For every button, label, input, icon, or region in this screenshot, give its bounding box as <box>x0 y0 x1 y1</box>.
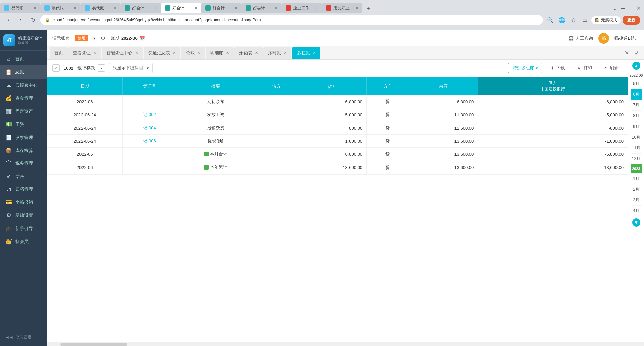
calendar-icon[interactable]: 📅 <box>140 36 145 41</box>
horizontal-scrollbar[interactable] <box>47 342 644 346</box>
cal-up-arrow-icon[interactable]: ▲ <box>632 62 640 70</box>
cal-month-item[interactable]: 11月 <box>631 143 642 154</box>
user-name[interactable]: 畅捷通B组... <box>614 35 639 41</box>
print-button[interactable]: 🖨 打印 <box>573 63 596 73</box>
minimize-button[interactable]: ─ <box>621 5 626 12</box>
scrollbar-thumb[interactable] <box>60 343 127 346</box>
sidebar-item-archive[interactable]: 🗂 归档管理 <box>0 183 47 196</box>
tab-home[interactable]: 首页 <box>50 47 68 59</box>
browser-tab-1[interactable]: 易代账 ✕ <box>0 3 40 13</box>
tab-close-1[interactable]: ✕ <box>33 6 36 10</box>
cal-month-item[interactable]: 1月 <box>631 174 642 184</box>
tab-close-6[interactable]: ✕ <box>234 6 237 10</box>
tab-close-8[interactable]: ✕ <box>315 6 318 10</box>
sidebar-item-assets[interactable]: 🏢 固定资产 <box>0 105 47 118</box>
unpin-button[interactable]: ◄◄ 取消固定 <box>0 332 47 343</box>
browser-tab-5[interactable]: 好会计 ✕ <box>161 3 201 13</box>
tab-close-7[interactable]: ✕ <box>275 6 278 10</box>
sidebar-item-funds[interactable]: 💰 资金管理 <box>0 92 47 105</box>
cal-scroll-down-button[interactable]: ▼ <box>631 216 642 229</box>
tab-view-voucher[interactable]: 查看凭证 ✕ <box>68 47 101 59</box>
tab-list-button[interactable]: ⌄ <box>612 4 618 12</box>
sidebar-item-reports[interactable]: ☁ 云报表中心 <box>0 79 47 92</box>
badge-dropdown[interactable]: ▾ <box>93 36 95 41</box>
download-button[interactable]: ⬇ 下载 <box>546 63 569 73</box>
search-button[interactable]: 🔍 <box>546 15 555 25</box>
tab-general-ledger[interactable]: 总账 ✕ <box>181 47 205 59</box>
settings-gear-icon[interactable]: ⚙ <box>101 35 105 41</box>
demo-badge[interactable]: 禁用 <box>75 35 88 41</box>
cal-month-item[interactable]: 9月 <box>631 121 642 132</box>
account-prev-button[interactable]: ‹ <box>52 64 60 72</box>
browser-tab-6[interactable]: 好会计 ✕ <box>201 3 241 13</box>
voucher-link[interactable]: 记-006 <box>143 138 156 143</box>
tab-expand-button[interactable]: ⤢ <box>632 48 641 58</box>
cal-month-item[interactable]: 7月 <box>631 100 642 111</box>
cal-month-item[interactable]: 4月 <box>631 206 642 216</box>
cal-month-item[interactable]: 8月 <box>631 111 642 121</box>
new-tab-button[interactable]: + <box>364 4 373 13</box>
cal-year-marker[interactable]: 2023 <box>631 164 642 174</box>
sidebar-item-settings[interactable]: ⚙ 基础设置 <box>0 209 47 222</box>
sidebar-item-invoice[interactable]: 🧾 发票管理 <box>0 131 47 144</box>
browser-tab-4[interactable]: 好会计 ✕ <box>121 3 161 13</box>
browser-tab-8[interactable]: 企业工作 ✕ <box>282 3 322 13</box>
tab-close-5[interactable]: ✕ <box>194 6 197 10</box>
address-bar[interactable]: 🔒 cloud2.chanjet.com/accounting/uh26t264… <box>40 15 543 25</box>
sidebar-item-salary[interactable]: 💵 工资 <box>0 118 47 131</box>
browser-tab-9[interactable]: 用友好业 ✕ <box>322 3 362 13</box>
voucher-link[interactable]: 记-004 <box>143 125 156 130</box>
sidebar-item-close[interactable]: ✔ 结账 <box>0 170 47 183</box>
tab-collapse-button[interactable]: ✕ <box>622 48 631 58</box>
bookmark-button[interactable]: ☆ <box>569 15 578 25</box>
sidebar-item-inventory[interactable]: 📦 库存核算 <box>0 144 47 157</box>
tab-multi-col[interactable]: 多栏账 ✕ <box>292 47 320 59</box>
cal-month-item[interactable]: 6月 <box>631 89 642 100</box>
tab-detail-ledger[interactable]: 明细账 ✕ <box>206 47 234 59</box>
tab-voucher-summary-close[interactable]: ✕ <box>173 51 176 55</box>
tab-journal-close[interactable]: ✕ <box>284 51 287 55</box>
tab-view-voucher-close[interactable]: ✕ <box>93 51 96 55</box>
cal-month-item[interactable]: 10月 <box>631 132 642 143</box>
sidebar-item-guide[interactable]: 🎓 新手引导 <box>0 222 47 235</box>
tab-close-9[interactable]: ✕ <box>355 6 358 10</box>
cal-month-item[interactable]: 3月 <box>631 195 642 206</box>
sidebar-item-ledger[interactable]: 📋 总账 <box>0 65 47 79</box>
cal-down-arrow-icon[interactable]: ▼ <box>632 218 640 227</box>
filter-dropdown[interactable]: 只显示下级科目 ▾ <box>109 63 153 73</box>
tab-close-4[interactable]: ✕ <box>154 6 157 10</box>
tab-multi-col-close[interactable]: ✕ <box>313 51 316 55</box>
cal-month-item[interactable]: 2月 <box>631 184 642 195</box>
sidebar-item-home[interactable]: ⌂ 首页 <box>0 53 47 65</box>
tab-close-3[interactable]: ✕ <box>114 6 117 10</box>
tab-smart-voucher[interactable]: 智能凭证中心 ✕ <box>102 47 143 59</box>
tab-detail-ledger-close[interactable]: ✕ <box>226 51 229 55</box>
reload-button[interactable]: ↻ <box>28 15 38 25</box>
tab-close-2[interactable]: ✕ <box>73 6 76 10</box>
browser-tab-2[interactable]: 易代账 ✕ <box>40 3 80 13</box>
translate-button[interactable]: 🌐 <box>557 15 567 25</box>
maximize-button[interactable]: □ <box>628 5 633 12</box>
tab-journal[interactable]: 序时账 ✕ <box>263 47 291 59</box>
forward-button[interactable]: › <box>16 15 25 25</box>
cal-month-item[interactable]: 5月 <box>631 79 642 89</box>
cal-month-item[interactable]: 12月 <box>631 154 642 164</box>
browser-tab-3[interactable]: 易代账 ✕ <box>80 3 121 13</box>
account-next-button[interactable]: › <box>98 64 105 72</box>
sidebar-item-tax[interactable]: 🏛 税务管理 <box>0 157 47 170</box>
back-button[interactable]: ‹ <box>4 15 13 25</box>
sidebar-toggle[interactable]: ▭ <box>580 15 589 25</box>
update-button[interactable]: 更新 <box>623 16 640 25</box>
sidebar-item-member[interactable]: 👑 畅会员 <box>0 235 47 248</box>
tab-voucher-summary[interactable]: 凭证汇总表 ✕ <box>144 47 180 59</box>
voucher-link[interactable]: 记-002 <box>143 112 156 117</box>
tab-general-ledger-close[interactable]: ✕ <box>197 51 200 55</box>
refresh-button[interactable]: ↻ 刷新 <box>600 63 623 73</box>
tab-balance-close[interactable]: ✕ <box>255 51 258 55</box>
user-avatar[interactable]: 畅 <box>598 33 609 44</box>
browser-tab-7[interactable]: 好会计 ✕ <box>241 3 282 13</box>
consulting-button[interactable]: 🎧 人工咨询 <box>568 35 593 41</box>
special-cols-button[interactable]: 特殊多栏账 ▾ <box>508 63 542 73</box>
close-window-button[interactable]: ✕ <box>636 4 641 12</box>
sidebar-item-expense[interactable]: 💳 小畅报销 <box>0 196 47 209</box>
